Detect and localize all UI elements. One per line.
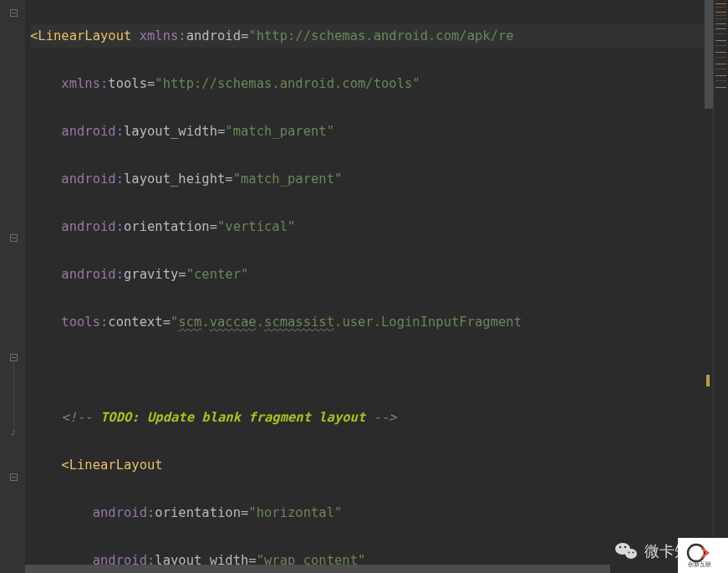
vertical-scrollbar[interactable] — [705, 0, 713, 109]
svg-point-4 — [629, 551, 630, 553]
svg-point-1 — [625, 549, 637, 559]
svg-point-6 — [688, 545, 705, 561]
fold-icon[interactable] — [10, 473, 18, 481]
svg-text:创新互联: 创新互联 — [688, 561, 711, 567]
fold-end-icon[interactable]: ┘ — [11, 423, 17, 448]
fold-icon[interactable] — [10, 354, 18, 361]
svg-point-3 — [624, 546, 626, 548]
code-editor[interactable]: ┘ <LinearLayout xmlns:android="http://sc… — [0, 0, 728, 573]
corner-logo: 创新互联 — [678, 538, 728, 573]
code-content[interactable]: <LinearLayout xmlns:android="http://sche… — [25, 0, 713, 573]
minimap[interactable] — [713, 0, 728, 573]
svg-point-5 — [633, 551, 634, 553]
fold-icon[interactable] — [10, 9, 18, 17]
gutter: ┘ — [0, 0, 25, 573]
svg-point-2 — [619, 546, 621, 548]
fold-line — [13, 363, 14, 427]
wechat-icon — [614, 541, 638, 561]
change-marker — [706, 375, 710, 386]
logo-icon: 创新互联 — [686, 543, 720, 568]
fold-icon[interactable] — [10, 234, 18, 242]
horizontal-scrollbar[interactable] — [25, 565, 610, 573]
